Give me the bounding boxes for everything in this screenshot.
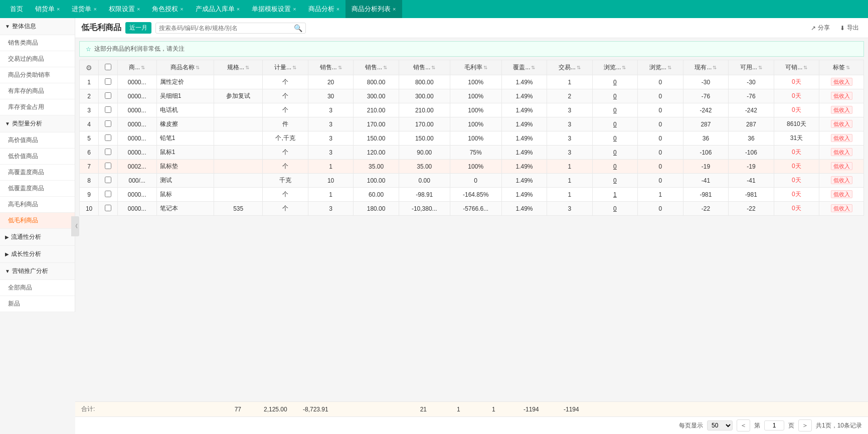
sidebar-group-growth[interactable]: ▶ 成长性分析 [0,246,75,263]
col-settings[interactable]: ⚙ [80,60,99,75]
col-checkbox[interactable] [99,60,118,75]
nav-analysis-list[interactable]: 商品分析列表 × [345,0,402,18]
sidebar-group-marketing[interactable]: ▼ 营销推广分析 [0,263,75,280]
nav-close-icon7[interactable]: × [336,6,339,12]
sidebar-item-sales-products[interactable]: 销售类商品 [0,35,75,51]
select-all-checkbox[interactable] [105,64,111,70]
nav-close-icon[interactable]: × [57,6,60,12]
nav-sales[interactable]: 销货单 × [29,0,66,18]
page-size-select[interactable]: 50 20 100 [707,420,733,430]
col-unit[interactable]: 计量...⇅ [263,60,308,75]
sidebar-collapse-button[interactable]: 《 [71,216,79,236]
sidebar-item-capital[interactable]: 库存资金占用 [0,99,75,115]
nav-permissions[interactable]: 权限设置 × [103,0,146,18]
col-available[interactable]: 可用...⇅ [729,60,774,75]
cell-browse1[interactable]: 0 [592,160,637,174]
nav-close-icon3[interactable]: × [137,6,140,12]
sidebar-item-category-rate[interactable]: 商品分类助销率 [0,67,75,83]
cell-browse1[interactable]: 0 [592,174,637,188]
col-code[interactable]: 商...⇅ [117,60,156,75]
prev-page-button[interactable]: ＜ [737,419,750,431]
cell-gross-margin: 100% [450,117,501,131]
sidebar-item-low-value[interactable]: 低价值商品 [0,149,75,165]
cell-checkbox[interactable] [99,202,118,216]
sidebar-group-overall[interactable]: ▼ 整体信息 [0,18,75,35]
row-checkbox[interactable] [105,134,111,141]
sidebar-item-in-stock[interactable]: 有库存的商品 [0,83,75,99]
cell-name: 铅笔1 [156,131,214,146]
row-checkbox[interactable] [105,92,111,99]
nav-roles[interactable]: 角色授权 × [146,0,189,18]
cell-browse1[interactable]: 1 [592,188,637,202]
share-button[interactable]: ↗ 分享 [808,22,833,34]
row-checkbox[interactable] [105,177,111,183]
nav-home[interactable]: 首页 [4,0,29,18]
row-checkbox[interactable] [105,205,111,211]
cell-checkbox[interactable] [99,103,118,117]
cell-browse1[interactable]: 0 [592,89,637,103]
row-checkbox[interactable] [105,191,111,197]
nav-close-icon2[interactable]: × [93,6,96,12]
sidebar-item-all-products[interactable]: 全部商品 [0,280,75,296]
cell-browse1[interactable]: 0 [592,117,637,131]
cell-checkbox[interactable] [99,75,118,89]
sidebar-item-high-margin[interactable]: 高毛利商品 [0,197,75,213]
row-checkbox[interactable] [105,120,111,127]
sidebar-group-type[interactable]: ▼ 类型量分析 [0,115,75,132]
col-browse1[interactable]: 浏览...⇅ [592,60,637,75]
col-sales-profit[interactable]: 销售...⇅ [399,60,450,75]
search-input[interactable] [159,25,294,32]
sidebar-item-high-coverage[interactable]: 高覆盖度商品 [0,165,75,181]
col-saleable[interactable]: 可销...⇅ [774,60,819,75]
sidebar-group-flow[interactable]: ▶ 流通性分析 [0,229,75,246]
cell-gross-margin: 100% [450,75,501,89]
cell-browse1[interactable]: 0 [592,202,637,216]
row-checkbox[interactable] [105,106,111,113]
cell-sales-profit: 210.00 [399,103,450,117]
time-filter-button[interactable]: 近一月 [125,22,151,34]
cell-checkbox[interactable] [99,131,118,146]
cell-browse1[interactable]: 0 [592,131,637,146]
col-current[interactable]: 现有...⇅ [683,60,728,75]
sidebar-item-low-margin[interactable]: 低毛利商品 [0,213,75,229]
sidebar-item-new-products[interactable]: 新品 [0,296,75,312]
cell-name: 笔记本 [156,202,214,216]
cell-checkbox[interactable] [99,160,118,174]
row-checkbox[interactable] [105,78,111,85]
nav-close-icon8[interactable]: × [393,6,396,12]
sidebar-item-traded[interactable]: 交易过的商品 [0,51,75,67]
sidebar-item-high-value[interactable]: 高价值商品 [0,132,75,149]
col-browse2[interactable]: 浏览...⇅ [638,60,683,75]
export-button[interactable]: ⬇ 导出 [837,22,862,34]
row-checkbox[interactable] [105,149,111,155]
nav-products[interactable]: 产成品入库单 × [190,0,246,18]
col-coverage[interactable]: 覆盖...⇅ [501,60,547,75]
cell-browse1[interactable]: 0 [592,146,637,160]
row-checkbox[interactable] [105,163,111,169]
nav-close-icon5[interactable]: × [237,6,240,12]
nav-close-icon4[interactable]: × [180,6,183,12]
search-icon[interactable]: 🔍 [294,24,302,32]
sidebar-item-low-coverage[interactable]: 低覆盖度商品 [0,181,75,197]
cell-checkbox[interactable] [99,188,118,202]
nav-templates[interactable]: 单据模板设置 × [246,0,302,18]
cell-browse1[interactable]: 0 [592,75,637,89]
col-name[interactable]: 商品名称⇅ [156,60,214,75]
cell-checkbox[interactable] [99,89,118,103]
nav-analysis[interactable]: 商品分析 × [302,0,345,18]
cell-checkbox[interactable] [99,117,118,131]
col-sales-qty[interactable]: 销售...⇅ [308,60,353,75]
cell-checkbox[interactable] [99,146,118,160]
cell-checkbox[interactable] [99,174,118,188]
nav-close-icon6[interactable]: × [293,6,296,12]
cell-browse1[interactable]: 0 [592,103,637,117]
page-number-input[interactable] [764,420,784,430]
col-gross-margin[interactable]: 毛利率⇅ [450,60,501,75]
next-page-button[interactable]: ＞ [798,419,812,431]
col-spec[interactable]: 规格...⇅ [214,60,263,75]
col-trade[interactable]: 交易...⇅ [547,60,592,75]
nav-purchase[interactable]: 进货单 × [66,0,102,18]
col-sales-price[interactable]: 销售...⇅ [354,60,399,75]
table-row: 2 0000... 吴细细1 参加复试 个 30 300.00 300.00 1… [80,89,864,103]
col-tag[interactable]: 标签⇅ [819,60,864,75]
